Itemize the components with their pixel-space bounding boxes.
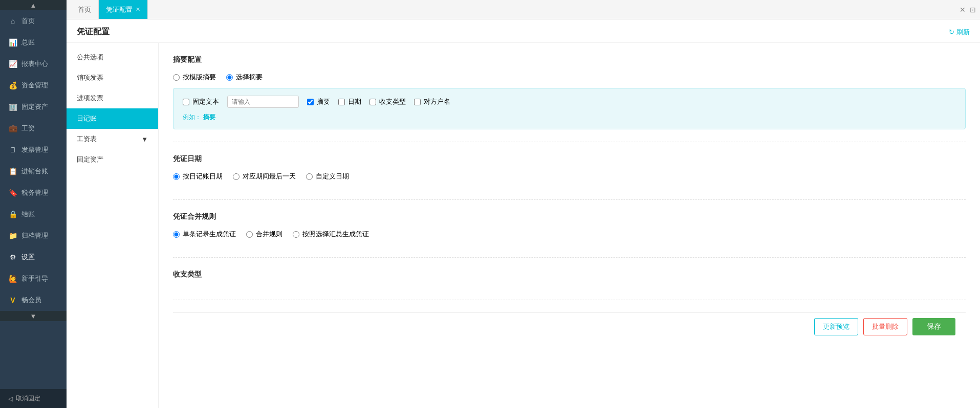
merge-rules-radio[interactable]	[246, 231, 253, 238]
journal-date-option[interactable]: 按日记账日期	[173, 172, 223, 181]
sidebar-item-report[interactable]: 📈 报表中心	[0, 53, 67, 75]
sidebar-item-label: 新手引导	[21, 274, 48, 283]
single-record-radio[interactable]	[173, 231, 180, 238]
page-title: 凭证配置	[77, 27, 110, 37]
window-resize-button[interactable]: ⊡	[970, 6, 976, 14]
sidebar-item-archive[interactable]: 📁 归档管理	[0, 225, 67, 246]
sidebar-item-salary[interactable]: 💼 工资	[0, 118, 67, 139]
sidebar-item-label: 畅会员	[21, 296, 41, 305]
archive-icon: 📁	[8, 232, 17, 240]
date-option[interactable]: 日期	[338, 97, 361, 106]
body-area: 公共选项 销项发票 进项发票 日记账 工资表 ▼ 固定资产	[67, 43, 980, 408]
sidebar-item-assets[interactable]: 🏢 固定资产	[0, 96, 67, 118]
example-row: 例如： 摘要	[183, 113, 956, 122]
bottom-bar: 更新预览 批量删除 保存	[173, 312, 966, 341]
period-last-day-radio[interactable]	[233, 173, 239, 180]
select-merge-radio[interactable]	[293, 231, 299, 238]
sidebar-item-guide[interactable]: 🙋 新手引导	[0, 268, 67, 289]
income-type-checkbox[interactable]	[369, 99, 376, 105]
left-nav-purchase-invoice[interactable]: 进项发票	[67, 88, 158, 108]
select-summary-radio[interactable]	[226, 74, 233, 81]
left-nav-payroll[interactable]: 工资表 ▼	[67, 129, 158, 149]
template-summary-option[interactable]: 按模版摘要	[173, 73, 216, 82]
voucher-date-radio-row: 按日记账日期 对应期间最后一天 自定义日期	[173, 172, 966, 181]
left-nav-journal[interactable]: 日记账	[67, 108, 158, 129]
sidebar-item-label: 进销台账	[21, 167, 48, 176]
voucher-date-title: 凭证日期	[173, 154, 966, 164]
chevron-down-icon: ▼	[141, 135, 148, 143]
sidebar-item-member[interactable]: V 畅会员	[0, 289, 67, 311]
income-type-option[interactable]: 收支类型	[369, 97, 406, 106]
sidebar-item-invoice[interactable]: 🗒 发票管理	[0, 139, 67, 161]
template-summary-radio[interactable]	[173, 74, 180, 81]
sidebar-item-label: 固定资产	[21, 102, 48, 111]
sidebar-scroll-up[interactable]: ▲	[0, 0, 67, 10]
refresh-button[interactable]: ↻ 刷新	[949, 28, 970, 37]
settings-icon: ⚙	[8, 253, 17, 261]
left-nav: 公共选项 销项发票 进项发票 日记账 工资表 ▼ 固定资产	[67, 43, 159, 408]
content-header: 凭证配置 ↻ 刷新	[67, 19, 980, 43]
custom-date-option[interactable]: 自定义日期	[306, 172, 349, 181]
window-close-button[interactable]: ✕	[960, 6, 966, 14]
sidebar-item-home[interactable]: ⌂ 首页	[0, 10, 67, 32]
fixed-text-input[interactable]	[227, 96, 299, 108]
update-preview-button[interactable]: 更新预览	[814, 318, 858, 335]
fixed-text-option[interactable]: 固定文本	[183, 97, 219, 106]
capital-icon: 💰	[8, 81, 17, 89]
sidebar-item-label: 工资	[21, 124, 35, 133]
sidebar-item-label: 报表中心	[21, 59, 48, 69]
counterparty-option[interactable]: 对方户名	[414, 97, 450, 106]
sidebar-item-label: 结账	[21, 210, 35, 219]
tabbar: 首页 凭证配置 ✕ ✕ ⊡	[67, 0, 980, 19]
summary-checkbox[interactable]	[307, 99, 314, 105]
batch-delete-button[interactable]: 批量删除	[863, 318, 907, 335]
sidebar-item-tax[interactable]: 🔖 税务管理	[0, 182, 67, 203]
sidebar-item-label: 归档管理	[21, 231, 48, 240]
sidebar-item-label: 设置	[21, 253, 35, 262]
member-icon: V	[8, 296, 17, 304]
sidebar-item-close[interactable]: 🔒 结账	[0, 203, 67, 225]
single-record-option[interactable]: 单条记录生成凭证	[173, 230, 236, 239]
counterparty-checkbox[interactable]	[414, 99, 421, 105]
right-content: 摘要配置 按模版摘要 选择摘要	[159, 43, 980, 408]
sidebar-item-ledger[interactable]: 📊 总账	[0, 32, 67, 53]
trade-icon: 📋	[8, 167, 17, 175]
main-area: 首页 凭证配置 ✕ ✕ ⊡ 凭证配置 ↻ 刷新 公共选项	[67, 0, 980, 408]
invoice-icon: 🗒	[8, 146, 17, 154]
pin-icon: ◁	[8, 395, 13, 402]
tax-icon: 🔖	[8, 189, 17, 197]
report-icon: 📈	[8, 60, 17, 68]
voucher-date-section: 凭证日期 按日记账日期 对应期间最后一天 自定义日期	[173, 154, 966, 200]
summary-config-box: 固定文本 摘要 日期	[173, 88, 966, 129]
salary-icon: 💼	[8, 124, 17, 132]
sidebar-scroll-down[interactable]: ▼	[0, 311, 67, 321]
summary-option[interactable]: 摘要	[307, 97, 330, 106]
left-nav-fixed-assets[interactable]: 固定资产	[67, 149, 158, 170]
merge-rule-radio-row: 单条记录生成凭证 合并规则 按照选择汇总生成凭证	[173, 230, 966, 239]
fixed-text-checkbox[interactable]	[183, 99, 189, 105]
save-button[interactable]: 保存	[912, 318, 955, 335]
sidebar-item-label: 税务管理	[21, 188, 48, 197]
sidebar: ▲ ⌂ 首页 📊 总账 📈 报表中心 💰 资金管理 🏢 固定资产 💼 工资 🗒 …	[0, 0, 67, 408]
tab-close-icon[interactable]: ✕	[136, 6, 140, 13]
sidebar-item-label: 资金管理	[21, 81, 48, 90]
left-nav-public[interactable]: 公共选项	[67, 47, 158, 67]
cancel-pin-button[interactable]: ◁ 取消固定	[0, 389, 67, 408]
tab-home[interactable]: 首页	[71, 0, 99, 19]
tab-voucher-config[interactable]: 凭证配置 ✕	[99, 0, 148, 19]
summary-config-title: 摘要配置	[173, 55, 966, 64]
sidebar-item-trade[interactable]: 📋 进销台账	[0, 161, 67, 182]
income-type-section: 收支类型	[173, 270, 966, 300]
sidebar-item-label: 总账	[21, 38, 35, 47]
date-checkbox[interactable]	[338, 99, 345, 105]
merge-rules-option[interactable]: 合并规则	[246, 230, 282, 239]
custom-date-radio[interactable]	[306, 173, 313, 180]
merge-rule-section: 凭证合并规则 单条记录生成凭证 合并规则 按照选择汇总生成凭证	[173, 212, 966, 258]
left-nav-sales-invoice[interactable]: 销项发票	[67, 67, 158, 88]
select-merge-option[interactable]: 按照选择汇总生成凭证	[293, 230, 369, 239]
sidebar-item-settings[interactable]: ⚙ 设置	[0, 246, 67, 268]
sidebar-item-capital[interactable]: 💰 资金管理	[0, 75, 67, 96]
select-summary-option[interactable]: 选择摘要	[226, 73, 263, 82]
period-last-day-option[interactable]: 对应期间最后一天	[233, 172, 296, 181]
journal-date-radio[interactable]	[173, 173, 180, 180]
